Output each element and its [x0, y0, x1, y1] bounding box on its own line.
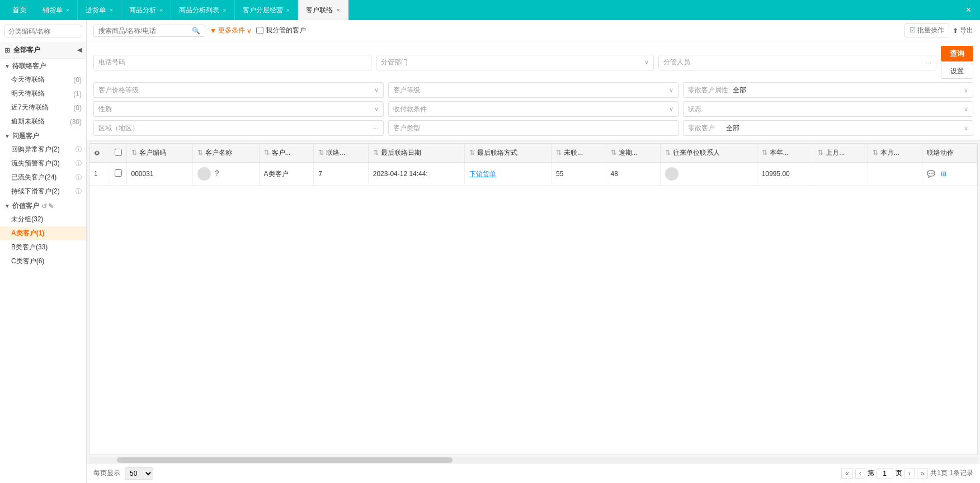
sidebar-item-declining[interactable]: 持续下滑客户(2) ⓘ — [0, 184, 86, 198]
collapse-icon[interactable]: ◀ — [77, 46, 82, 54]
table-header-row: ⚙ ⇅客户编码 ⇅客户名称 ⇅客户... ⇅联络... ⇅最后联络日期 ⇅最后联… — [89, 144, 977, 163]
sidebar-search-input[interactable] — [8, 27, 87, 35]
adv-filter-row-2: 客户价格等级 ∨ 客户等级 ∨ 零散客户属性 全部 ∨ — [93, 82, 973, 98]
horizontal-scrollbar[interactable] — [89, 457, 978, 463]
nature-field[interactable]: 性质 ∨ — [93, 101, 384, 117]
nav-close-product[interactable]: × — [159, 7, 163, 13]
sidebar-all-customers[interactable]: ⊞ 全部客户 ◀ — [0, 42, 86, 59]
arrow-down-icon2: ▼ — [4, 133, 10, 139]
more-icon2[interactable]: ··· — [373, 124, 379, 132]
more-actions-icon[interactable]: ⊞ — [941, 170, 946, 178]
status-field[interactable]: 状态 ∨ — [683, 101, 973, 117]
sidebar-item-today[interactable]: 今天待联络 (0) — [0, 73, 86, 87]
cell-code: 000031 — [126, 163, 193, 186]
sidebar-item-repurchase-abnormal[interactable]: 回购异常客户(2) ⓘ — [0, 143, 86, 157]
cell-this-month — [868, 163, 922, 186]
manager-field[interactable]: 分管人员 ··· — [658, 55, 936, 70]
cell-action[interactable]: 💬 ⊞ — [922, 163, 977, 186]
customer-tier-field[interactable]: 客户等级 ∨ — [388, 82, 679, 98]
batch-ops-button[interactable]: ☑ 批量操作 — [904, 23, 949, 37]
first-page-button[interactable]: « — [841, 468, 853, 479]
col-settings[interactable]: ⚙ — [89, 144, 110, 163]
nav-purchase-order[interactable]: 进货单 × — [78, 0, 121, 20]
edit-icon[interactable]: ✎ — [48, 202, 54, 210]
page-number-input[interactable] — [877, 468, 893, 479]
query-button[interactable]: 查询 — [941, 46, 973, 61]
settings-icon[interactable]: ⚙ — [94, 149, 100, 157]
nav-customer-contact[interactable]: 客户联络 × — [298, 0, 348, 20]
nav-close-purchase[interactable]: × — [109, 7, 112, 13]
dept-field[interactable]: 分管部门 ∨ — [376, 55, 654, 70]
col-last-date: ⇅最后联络日期 — [368, 144, 465, 163]
info-icon2: ⓘ — [76, 159, 82, 168]
filter-icon: ▼ — [210, 27, 216, 35]
col-code: ⇅客户编码 — [126, 144, 193, 163]
chevron-down-icon8[interactable]: ∨ — [964, 106, 968, 113]
my-customers-checkbox[interactable]: 我分管的客户 — [256, 26, 306, 35]
sidebar-item-class-b[interactable]: B类客户(33) — [0, 240, 86, 254]
select-all-checkbox[interactable] — [115, 149, 122, 156]
content-area: 🔍 ▼ 更多条件 ∨ 我分管的客户 ☑ 批量操作 ⬆ 导出 — [87, 20, 980, 483]
sidebar-search-box[interactable]: 🔍 — [4, 25, 82, 37]
nav-close-sales[interactable]: × — [66, 7, 69, 13]
cell-checkbox[interactable] — [110, 163, 126, 186]
filter-search-icon[interactable]: 🔍 — [192, 27, 200, 35]
page-size-select[interactable]: 20 50 100 — [125, 467, 153, 480]
export-button[interactable]: ⬆ 导出 — [953, 26, 973, 35]
last-page-button[interactable]: » — [917, 468, 929, 479]
chevron-down-icon6[interactable]: ∨ — [374, 106, 379, 113]
payment-field[interactable]: 收付款条件 ∨ — [388, 101, 679, 117]
chat-icon[interactable]: 💬 — [927, 170, 935, 178]
chevron-down-icon4[interactable]: ∨ — [669, 87, 673, 94]
region-field[interactable]: 区域（地区） ··· — [93, 120, 384, 136]
sidebar-item-7days[interactable]: 近7天待联络 (0) — [0, 101, 86, 115]
retail-attr-field[interactable]: 零散客户属性 全部 ∨ — [683, 82, 973, 98]
price-tier-field[interactable]: 客户价格等级 ∨ — [93, 82, 384, 98]
nav-product-analysis-list[interactable]: 商品分析列表 × — [171, 0, 234, 20]
prev-page-button[interactable]: ‹ — [855, 468, 865, 479]
nav-customer-segment[interactable]: 客户分层经营 × — [235, 0, 298, 20]
nav-close-contact[interactable]: × — [336, 7, 340, 13]
cell-last-method[interactable]: 下销货单 — [465, 163, 552, 186]
cell-seq: 1 — [89, 163, 110, 186]
group-problem-customers[interactable]: ▼ 问题客户 — [0, 129, 86, 143]
sidebar-item-tomorrow[interactable]: 明天待联络 (1) — [0, 87, 86, 101]
pagination: « ‹ 第 页 › » 共1页 1条记录 — [841, 468, 973, 479]
my-customers-check[interactable] — [256, 27, 263, 34]
sidebar-item-class-a[interactable]: A类客户(1) — [0, 226, 86, 240]
nav-close-segment[interactable]: × — [286, 7, 290, 13]
filter-search-box[interactable]: 🔍 — [93, 25, 205, 37]
chevron-down-icon9[interactable]: ∨ — [964, 125, 968, 132]
page-suffix: 页 — [896, 468, 902, 478]
chevron-down-icon2[interactable]: ∨ — [644, 59, 649, 66]
sidebar-item-churn-warning[interactable]: 流失预警客户(3) ⓘ — [0, 157, 86, 171]
retail-customer-field[interactable]: 零散客户 全部 ∨ — [683, 120, 973, 136]
col-checkbox[interactable] — [110, 144, 126, 163]
group-pending-contact[interactable]: ▼ 待联络客户 — [0, 59, 86, 73]
sidebar-item-class-c[interactable]: C类客户(6) — [0, 254, 86, 268]
sidebar-item-overdue[interactable]: 逾期未联络 (30) — [0, 115, 86, 129]
row-checkbox[interactable] — [115, 169, 122, 177]
nav-home[interactable]: 首页 — [4, 5, 35, 15]
refresh-icon[interactable]: ↺ — [41, 202, 47, 210]
filter-more-button[interactable]: ▼ 更多条件 ∨ — [210, 26, 252, 35]
group-value-customers[interactable]: ▼ 价值客户 ↺ ✎ — [0, 198, 86, 212]
sidebar-item-churned[interactable]: 已流失客户(24) ⓘ — [0, 171, 86, 184]
more-icon[interactable]: ··· — [926, 59, 931, 67]
top-nav: 首页 销货单 × 进货单 × 商品分析 × 商品分析列表 × 客户分层经营 × … — [0, 0, 980, 20]
nav-sales-order[interactable]: 销货单 × — [35, 0, 78, 20]
nav-close-product-list[interactable]: × — [223, 7, 226, 13]
filter-search-input[interactable] — [98, 27, 192, 35]
chevron-down-icon3[interactable]: ∨ — [374, 87, 379, 94]
cell-last-month — [813, 163, 868, 186]
cell-this-year: 10995.00 — [757, 163, 813, 186]
close-all-tabs-button[interactable]: × — [962, 5, 976, 15]
sidebar-item-ungrouped[interactable]: 未分组(32) — [0, 212, 86, 226]
scrollbar-thumb[interactable] — [117, 457, 453, 463]
nav-product-analysis[interactable]: 商品分析 × — [121, 0, 171, 20]
adv-filter-row-3: 性质 ∨ 收付款条件 ∨ 状态 ∨ — [93, 101, 973, 117]
chevron-down-icon7[interactable]: ∨ — [669, 106, 673, 113]
chevron-down-icon5[interactable]: ∨ — [964, 87, 968, 94]
next-page-button[interactable]: › — [904, 468, 915, 479]
setting-button[interactable]: 设置 — [941, 64, 973, 79]
